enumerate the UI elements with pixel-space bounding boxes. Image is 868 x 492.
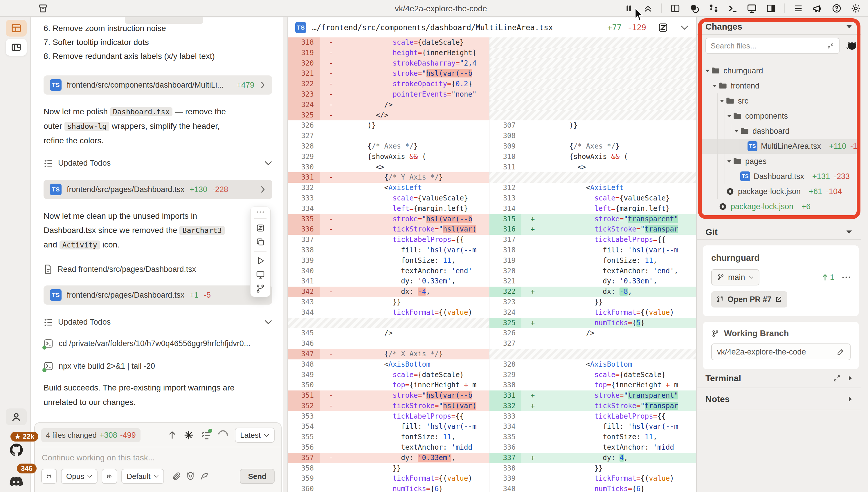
tree-item-multilinearea-tsx[interactable]: TSMultiLineArea.tsx+110-162 [699, 139, 858, 154]
diff-line[interactable]: 345 /> [288, 328, 489, 339]
pause-icon[interactable] [623, 3, 635, 14]
diff-line[interactable]: 339 tickFormat={(value) [489, 473, 696, 484]
working-branch-input[interactable]: vk/4e2a-explore-the-code [711, 343, 850, 360]
diff-line[interactable]: 329 {showAxis && ( [288, 152, 489, 162]
menu-icon[interactable] [793, 3, 804, 14]
copy-icon[interactable] [256, 237, 265, 247]
diff-line[interactable]: 348 <AxisBottom [288, 360, 489, 370]
diff-line[interactable]: 328 <AxisBottom [489, 360, 696, 370]
diff-line[interactable]: 332+ tickStroke="transpar [489, 401, 696, 411]
quill-icon[interactable] [200, 472, 209, 481]
monitor-icon[interactable] [256, 270, 265, 279]
diff-line[interactable]: 333 tickLabelProps={{ [489, 411, 696, 422]
diff-line[interactable]: 311 <> [489, 162, 696, 173]
diff-line[interactable]: 320 textAnchor: 'end', [489, 266, 696, 276]
diff-line[interactable]: 337 tickLabelProps={{ [288, 235, 489, 245]
tree-item-src[interactable]: src [699, 93, 858, 108]
diff-line[interactable]: 326 /> [489, 328, 696, 339]
more-dots-icon[interactable] [842, 276, 850, 279]
chevron-down-icon[interactable] [680, 25, 688, 30]
diff-line[interactable]: 320- strokeDasharray="2,4 [288, 58, 489, 69]
github-link[interactable] [6, 442, 27, 458]
diff-gap[interactable] [288, 318, 489, 328]
diff-line[interactable]: 321 dy: '0.33em', [489, 276, 696, 287]
diff-line[interactable]: 335 fontSize: 11, [489, 432, 696, 442]
diff-line[interactable]: 331- {/* Y Axis */} [288, 172, 489, 183]
diff-line[interactable]: 357- dy: '0.33em', [288, 453, 489, 463]
diff-line[interactable]: 329 scale={dateScale} [489, 370, 696, 380]
edit-pencil-icon[interactable] [837, 348, 845, 356]
file-change-chip[interactable]: TS frontend/src/pages/Dashboard.tsx +1 -… [44, 286, 272, 304]
diff-line[interactable]: 330 <> [288, 162, 489, 173]
tree-item-package-lock-json[interactable]: package-lock.json+61-104 [699, 184, 858, 199]
diff-line[interactable]: 335- stroke="hsl(var(--b [288, 214, 489, 224]
diff-line[interactable]: 349 scale={dateScale} [288, 370, 489, 380]
diff-line[interactable]: 315+ stroke="transparent" [489, 214, 696, 224]
arrow-up-icon[interactable] [167, 430, 177, 440]
diff-line[interactable]: 313 scale={valueScale} [489, 193, 696, 204]
git-compare-icon[interactable] [708, 3, 719, 14]
monitor-icon[interactable] [746, 3, 758, 14]
diff-line[interactable]: 340 textAnchor: 'end' [288, 266, 489, 276]
diff-gap[interactable] [489, 110, 696, 121]
more-dots-icon[interactable] [256, 210, 265, 214]
tree-item-package-lock-json[interactable]: package-lock.json+6 [699, 199, 858, 214]
diff-line[interactable]: 359 tickFormat={(value) [288, 473, 489, 484]
cat-icon[interactable] [186, 472, 195, 481]
starburst-icon[interactable] [184, 430, 194, 440]
tree-item-churnguard[interactable]: churnguard [699, 63, 858, 78]
tree-item-dashboard-tsx[interactable]: TSDashboard.tsx+131-233 [699, 169, 858, 184]
mode-selector[interactable]: Default [121, 469, 164, 484]
git-section-header[interactable]: Git [697, 226, 861, 239]
diff-line[interactable]: 352- tickStroke="hsl(var( [288, 401, 489, 411]
diff-line[interactable]: 338 fill: 'hsl(var(--m [288, 245, 489, 255]
changes-section-header[interactable]: Changes [697, 20, 861, 33]
diff-line[interactable]: 322+ dx: -8, [489, 287, 696, 297]
diff-line[interactable]: 327 [489, 339, 696, 349]
diff-line[interactable]: 326 )} [288, 120, 489, 131]
zed-editor-icon[interactable] [658, 22, 668, 33]
archive-box-icon[interactable] [37, 3, 49, 14]
help-icon[interactable] [831, 3, 842, 14]
diff-gap[interactable] [489, 100, 696, 110]
diff-gap[interactable] [489, 48, 696, 58]
diff-line[interactable]: 360 numTicks={6} [288, 484, 489, 492]
settings-sliders-button[interactable] [41, 469, 57, 484]
diff-line[interactable]: 318 fill: 'hsl(var(--m [489, 245, 696, 255]
diff-line[interactable]: 323 }} [489, 297, 696, 308]
diff-line[interactable]: 310 {showAxis && ( [489, 152, 696, 162]
panel-left-icon[interactable] [670, 3, 681, 14]
diff-line[interactable]: 339 fontSize: 11, [288, 255, 489, 266]
diff-line[interactable]: 353 tickLabelProps={{ [288, 411, 489, 422]
tree-item-dashboard[interactable]: dashboard [699, 124, 858, 139]
updated-todos-row[interactable]: Updated Todos [44, 156, 272, 170]
diff-line[interactable]: 323- pointerEvents="none" [288, 89, 489, 100]
send-button[interactable]: Send [240, 469, 275, 484]
diff-line[interactable]: 324- /> [288, 100, 489, 110]
diff-gap[interactable] [489, 58, 696, 69]
file-search-input[interactable]: Search files... [705, 38, 840, 54]
diff-line[interactable]: 343 }} [288, 297, 489, 308]
diff-line[interactable]: 312 <AxisLeft [489, 183, 696, 193]
diff-line[interactable]: 350 top={innerHeight + m [288, 380, 489, 391]
diff-line[interactable]: 319 fontSize: 11, [489, 255, 696, 266]
diff-line[interactable]: 333 scale={valueScale} [288, 193, 489, 204]
diff-line[interactable]: 341 dy: '0.33em', [288, 276, 489, 287]
diff-line[interactable]: 325- </> [288, 110, 489, 121]
collapse-all-icon[interactable] [642, 3, 654, 14]
diff-line[interactable]: 331+ stroke="transparent" [489, 391, 696, 401]
diff-gap[interactable] [489, 172, 696, 183]
diff-line[interactable]: 324 tickFormat={(value) [489, 308, 696, 318]
settings-gear-icon[interactable] [850, 3, 862, 14]
diff-line[interactable]: 351- stroke="hsl(var(--b [288, 391, 489, 401]
terminal-section-header[interactable]: Terminal [697, 372, 861, 385]
workspace-tab-active[interactable] [6, 20, 27, 36]
diff-gap[interactable] [489, 69, 696, 79]
diff-line[interactable]: 356 textAnchor: 'midd [288, 442, 489, 453]
git-branch-icon[interactable] [256, 284, 265, 293]
panel-right-icon[interactable] [765, 3, 777, 14]
diff-line[interactable]: 325+ numTicks={5} [489, 318, 696, 328]
files-changed-chip[interactable]: 4 files changed +308 -499 [41, 428, 141, 442]
diff-line[interactable]: 346 [288, 339, 489, 349]
diff-line[interactable]: 334 fill: 'hsl(var(--m [489, 421, 696, 432]
